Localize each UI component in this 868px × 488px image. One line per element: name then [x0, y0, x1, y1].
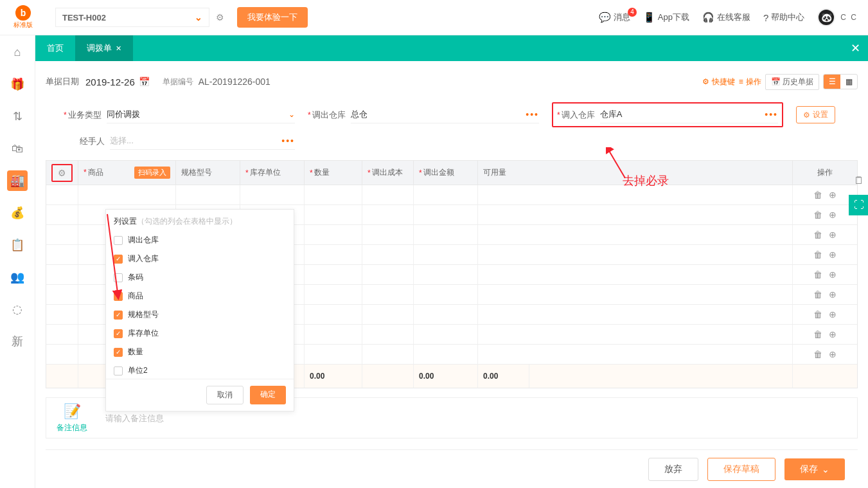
topbar-gear-icon[interactable]: ⚙	[216, 12, 224, 23]
nav-warehouse-icon[interactable]: 🏭	[7, 170, 28, 191]
col-cost: *调出成本	[362, 161, 414, 185]
username: C C	[840, 13, 858, 22]
colset-ok-button[interactable]: 确定	[250, 386, 286, 404]
checkbox-icon	[114, 273, 123, 282]
checkbox-icon: ✓	[114, 311, 123, 320]
footer: 放弃 保存草稿 保存⌄	[46, 449, 858, 488]
more-icon[interactable]: •••	[526, 109, 539, 120]
delete-icon[interactable]: 🗑	[813, 269, 822, 280]
delete-icon[interactable]: 🗑	[813, 190, 822, 200]
tab-home[interactable]: 首页	[35, 35, 75, 61]
field-biztype[interactable]: *业务类型 同价调拨⌄	[64, 106, 295, 123]
colset-item[interactable]: ✓规格型号	[114, 305, 286, 324]
docno-label: 单据编号	[163, 77, 193, 87]
nav-updown-icon[interactable]: ⇅	[7, 106, 28, 127]
delete-icon[interactable]: 🗑	[813, 230, 822, 240]
list-icon: ≡	[739, 77, 743, 86]
shortcut-button[interactable]: ⚙快捷键	[702, 77, 735, 87]
nav-clipboard-icon[interactable]: 📋	[7, 235, 28, 255]
remark-input[interactable]	[98, 413, 857, 423]
delete-icon[interactable]: 🗑	[813, 329, 822, 339]
history-button[interactable]: 📅 历史单据	[765, 74, 819, 90]
delete-icon[interactable]: 🗑	[813, 210, 822, 220]
delete-icon[interactable]: 🗑	[813, 289, 822, 300]
chevron-down-icon: ⌄	[822, 464, 829, 474]
help-link[interactable]: ? 帮助中心	[763, 12, 804, 23]
copy-icon[interactable]: ⊕	[829, 210, 837, 220]
float-note-icon[interactable]: 🗒	[849, 170, 868, 191]
view-grid-icon[interactable]: ▦	[840, 75, 857, 89]
nav-finance-icon[interactable]: 💰	[7, 203, 28, 223]
scan-input-button[interactable]: 扫码录入	[134, 167, 170, 179]
delete-icon[interactable]: 🗑	[813, 249, 822, 260]
view-list-icon[interactable]: ☰	[824, 75, 840, 89]
colset-item[interactable]: ✓商品	[114, 287, 286, 305]
colset-item[interactable]: 条码	[114, 268, 286, 287]
save-draft-button[interactable]: 保存草稿	[707, 458, 775, 481]
nav-gift-icon[interactable]: 🎁	[7, 74, 28, 95]
nav-bag-icon[interactable]: 🛍	[7, 138, 28, 159]
save-button[interactable]: 保存⌄	[784, 458, 845, 480]
field-in-warehouse[interactable]: *调入仓库 仓库A•••	[552, 102, 783, 127]
settings-button[interactable]: ⚙设置	[796, 106, 835, 123]
avatar[interactable]: 🐼	[817, 8, 835, 26]
column-settings-button[interactable]: ⚙	[46, 161, 78, 185]
more-icon[interactable]: •••	[765, 109, 778, 120]
ops-button[interactable]: ≡操作	[739, 77, 761, 87]
nav-sync-icon[interactable]: ◌	[7, 299, 28, 320]
field-handler[interactable]: 经手人 选择...•••	[64, 132, 295, 150]
col-spec: 规格型号	[176, 161, 240, 185]
discard-button[interactable]: 放弃	[648, 458, 698, 481]
copy-icon[interactable]: ⊕	[829, 230, 837, 240]
copy-icon[interactable]: ⊕	[829, 329, 837, 339]
app-download-link[interactable]: 📱 App下载	[643, 12, 689, 23]
remark-label: 备注信息	[57, 422, 87, 433]
colset-item-label: 规格型号	[128, 309, 159, 320]
nav-people-icon[interactable]: 👥	[7, 267, 28, 287]
copy-icon[interactable]: ⊕	[829, 349, 837, 359]
colset-item-label: 库存单位	[128, 328, 159, 339]
field-out-warehouse[interactable]: *调出仓库 总仓•••	[308, 106, 539, 123]
headset-icon: 🎧	[702, 12, 714, 23]
close-icon[interactable]: ✕	[116, 44, 121, 53]
customer-service-link[interactable]: 🎧 在线客服	[702, 12, 750, 23]
more-icon[interactable]: •••	[281, 136, 295, 146]
tabbar: 首页 调拨单 ✕ ✕	[35, 35, 868, 61]
copy-icon[interactable]: ⊕	[829, 190, 837, 200]
colset-cancel-button[interactable]: 取消	[206, 386, 244, 404]
checkbox-icon: ✓	[114, 348, 123, 357]
main-area: 首页 调拨单 ✕ ✕ 单据日期 2019-12-26 📅 单据编号 AL-201…	[35, 35, 868, 488]
date-value[interactable]: 2019-12-26	[85, 77, 135, 87]
gear-icon: ⚙	[702, 77, 709, 86]
col-op: 操作	[793, 161, 857, 185]
copy-icon[interactable]: ⊕	[829, 249, 837, 260]
colset-item-label: 数量	[128, 347, 143, 357]
colset-item[interactable]: ✓调入仓库	[114, 249, 286, 268]
float-fullscreen-icon[interactable]: ⛶	[849, 195, 868, 215]
delete-icon[interactable]: 🗑	[813, 309, 822, 320]
total-cost: 0.00	[414, 365, 478, 388]
copy-icon[interactable]: ⊕	[829, 309, 837, 320]
nav-new-icon[interactable]: 新	[7, 331, 28, 352]
colset-item[interactable]: 单位2	[114, 361, 286, 379]
table-row[interactable]: 🗑⊕	[46, 185, 857, 205]
chevron-down-icon: ⌄	[288, 110, 295, 119]
date-label: 单据日期	[46, 76, 79, 87]
delete-icon[interactable]: 🗑	[813, 349, 822, 359]
calendar-icon[interactable]: 📅	[139, 77, 150, 87]
colset-item[interactable]: ✓数量	[114, 343, 286, 361]
tab-diaobo[interactable]: 调拨单 ✕	[75, 35, 133, 61]
checkbox-icon	[114, 236, 123, 245]
messages-link[interactable]: 💬 消息 4	[599, 12, 630, 23]
copy-icon[interactable]: ⊕	[829, 289, 837, 300]
colset-item[interactable]: 调出仓库	[114, 231, 286, 249]
colset-item[interactable]: ✓库存单位	[114, 324, 286, 343]
nav-home-icon[interactable]: ⌂	[7, 42, 28, 62]
trial-button[interactable]: 我要体验一下	[237, 7, 308, 28]
tabbar-close-all[interactable]: ✕	[842, 35, 868, 61]
note-icon: 📝	[64, 403, 81, 420]
column-settings-popup: 列设置（勾选的列会在表格中显示） 调出仓库✓调入仓库条码✓商品✓规格型号✓库存单…	[105, 209, 294, 411]
colset-item-label: 调出仓库	[128, 235, 159, 246]
org-select[interactable]: TEST-H002 ⌄	[55, 8, 209, 27]
copy-icon[interactable]: ⊕	[829, 269, 837, 280]
